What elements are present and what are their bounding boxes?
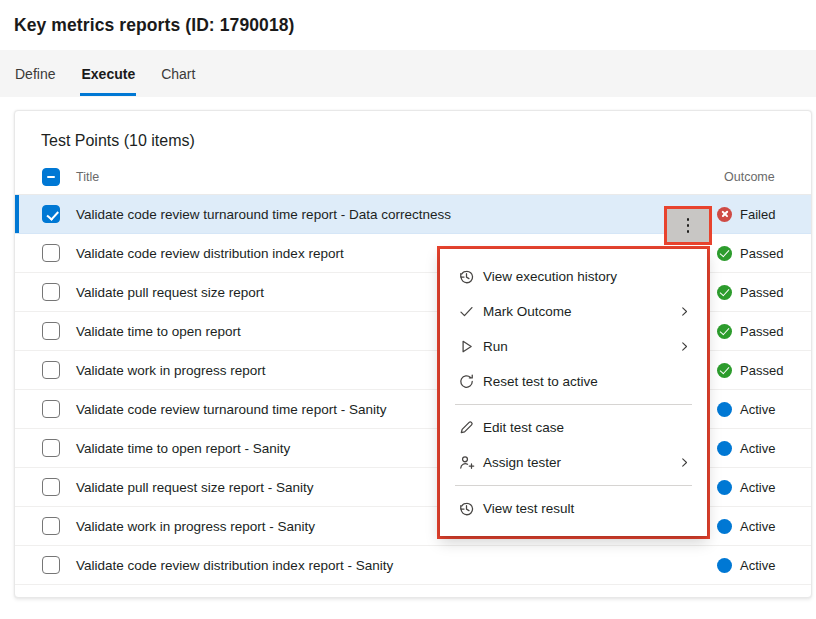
- row-title: Validate code review distribution index …: [76, 558, 393, 573]
- menu-item-run[interactable]: Run: [440, 329, 707, 364]
- outcome-label: Passed: [740, 285, 783, 300]
- outcome-cell: Active: [717, 441, 775, 456]
- menu-item-mark-outcome[interactable]: Mark Outcome: [440, 294, 707, 329]
- more-actions-button[interactable]: [667, 209, 709, 242]
- outcome-cell: Failed: [717, 207, 775, 222]
- row-checkbox[interactable]: [42, 517, 60, 535]
- reset-icon: [458, 373, 475, 390]
- chevron-right-icon: [678, 340, 691, 353]
- outcome-cell: Passed: [717, 285, 783, 300]
- outcome-label: Passed: [740, 324, 783, 339]
- menu-item-label: Assign tester: [483, 455, 561, 470]
- test-points-heading: Test Points (10 items): [41, 132, 811, 150]
- row-title: Validate pull request size report - Sani…: [76, 480, 314, 495]
- passed-icon: [717, 246, 732, 261]
- vertical-ellipsis-icon: [687, 216, 690, 235]
- row-checkbox[interactable]: [42, 244, 60, 262]
- outcome-label: Active: [740, 402, 775, 417]
- play-icon: [458, 338, 475, 355]
- row-checkbox[interactable]: [42, 400, 60, 418]
- outcome-cell: Passed: [717, 363, 783, 378]
- annotation-rect-button: [664, 206, 712, 245]
- outcome-label: Active: [740, 480, 775, 495]
- menu-divider: [455, 404, 692, 405]
- checkmark-icon: [458, 303, 475, 320]
- row-title: Validate code review turnaround time rep…: [76, 402, 386, 417]
- active-icon: [717, 441, 732, 456]
- row-checkbox[interactable]: [42, 322, 60, 340]
- row-title: Validate pull request size report: [76, 285, 264, 300]
- annotation-rect-menu: View execution history Mark Outcome Run …: [437, 246, 710, 539]
- active-icon: [717, 480, 732, 495]
- outcome-label: Failed: [740, 207, 775, 222]
- chevron-right-icon: [678, 456, 691, 469]
- active-icon: [717, 519, 732, 534]
- tab-label: Execute: [81, 66, 135, 82]
- table-header: Title Outcome: [15, 159, 811, 195]
- menu-item-reset-test-to-active[interactable]: Reset test to active: [440, 364, 707, 399]
- history-icon: [458, 500, 475, 517]
- outcome-label: Passed: [740, 246, 783, 261]
- column-header-outcome: Outcome: [724, 170, 775, 184]
- menu-item-label: Mark Outcome: [483, 304, 572, 319]
- outcome-label: Passed: [740, 363, 783, 378]
- edit-pencil-icon: [458, 419, 475, 436]
- chevron-right-icon: [678, 305, 691, 318]
- select-all-checkbox[interactable]: [42, 168, 60, 186]
- row-checkbox[interactable]: [42, 556, 60, 574]
- row-title: Validate time to open report: [76, 324, 241, 339]
- passed-icon: [717, 285, 732, 300]
- menu-item-label: View execution history: [483, 269, 617, 284]
- tab-bar: DefineExecuteChart: [0, 50, 816, 97]
- menu-item-view-execution-history[interactable]: View execution history: [440, 259, 707, 294]
- menu-item-label: View test result: [483, 501, 574, 516]
- menu-item-label: Edit test case: [483, 420, 564, 435]
- outcome-label: Active: [740, 519, 775, 534]
- row-checkbox[interactable]: [42, 439, 60, 457]
- outcome-cell: Active: [717, 558, 775, 573]
- outcome-cell: Passed: [717, 324, 783, 339]
- row-checkbox[interactable]: [42, 361, 60, 379]
- outcome-cell: Passed: [717, 246, 783, 261]
- tab-execute[interactable]: Execute: [80, 50, 136, 97]
- passed-icon: [717, 363, 732, 378]
- row-checkbox[interactable]: [42, 283, 60, 301]
- tab-define[interactable]: Define: [14, 50, 56, 97]
- row-title: Validate code review turnaround time rep…: [76, 207, 451, 222]
- tab-label: Chart: [161, 66, 195, 82]
- active-icon: [717, 558, 732, 573]
- outcome-cell: Active: [717, 480, 775, 495]
- context-menu: View execution history Mark Outcome Run …: [440, 249, 707, 536]
- menu-item-label: Reset test to active: [483, 374, 598, 389]
- history-icon: [458, 268, 475, 285]
- row-title: Validate time to open report - Sanity: [76, 441, 290, 456]
- menu-item-view-test-result[interactable]: View test result: [440, 491, 707, 526]
- outcome-label: Active: [740, 441, 775, 456]
- row-checkbox[interactable]: [42, 478, 60, 496]
- outcome-cell: Active: [717, 402, 775, 417]
- page-title: Key metrics reports (ID: 1790018): [14, 15, 295, 36]
- menu-item-label: Run: [483, 339, 508, 354]
- row-checkbox[interactable]: [42, 205, 60, 223]
- table-row[interactable]: Validate code review distribution index …: [15, 546, 811, 585]
- row-title: Validate code review distribution index …: [76, 246, 344, 261]
- row-title: Validate work in progress report - Sanit…: [76, 519, 315, 534]
- tab-label: Define: [15, 66, 55, 82]
- outcome-label: Active: [740, 558, 775, 573]
- outcome-cell: Active: [717, 519, 775, 534]
- assign-tester-icon: [458, 454, 475, 471]
- menu-item-assign-tester[interactable]: Assign tester: [440, 445, 707, 480]
- column-header-title: Title: [76, 170, 99, 184]
- passed-icon: [717, 324, 732, 339]
- row-title: Validate work in progress report: [76, 363, 266, 378]
- active-icon: [717, 402, 732, 417]
- menu-divider: [455, 485, 692, 486]
- failed-icon: [717, 207, 732, 222]
- menu-item-edit-test-case[interactable]: Edit test case: [440, 410, 707, 445]
- tab-chart[interactable]: Chart: [160, 50, 196, 97]
